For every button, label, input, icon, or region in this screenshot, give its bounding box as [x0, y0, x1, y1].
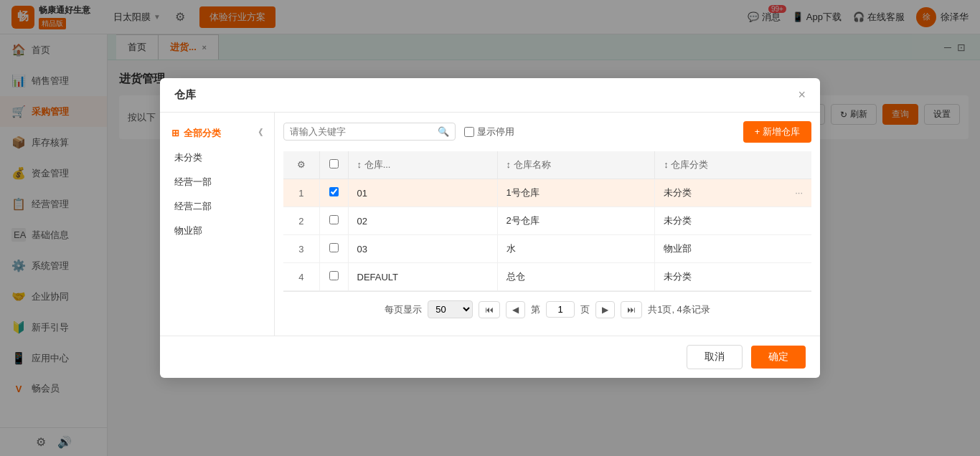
row-category: 未分类	[655, 207, 811, 235]
dialog-title: 仓库	[174, 88, 196, 102]
grid-icon: ⊞	[171, 128, 179, 138]
row-checkbox-2[interactable]	[329, 243, 339, 252]
row-category: 未分类 ···	[655, 179, 811, 207]
gear-icon: ⚙	[297, 159, 306, 170]
col-category: ↕ 仓库分类	[655, 151, 811, 179]
row-code: 03	[348, 235, 497, 263]
row-num: 2	[283, 207, 319, 235]
row-name: 总仓	[497, 263, 655, 291]
row-code: 01	[348, 179, 497, 207]
col-name: ↕ 仓库名称	[497, 151, 655, 179]
cancel-button[interactable]: 取消	[687, 345, 743, 369]
page-label: 第	[531, 303, 540, 316]
total-info: 共1页, 4条记录	[648, 303, 710, 316]
row-num: 3	[283, 235, 319, 263]
col-settings: ⚙	[283, 151, 319, 179]
dialog-body: ⊞ 全部分类 《 未分类 经营一部 经营二部 物业部 🔍	[160, 113, 820, 336]
col-code: ↕ 仓库...	[348, 151, 497, 179]
all-categories[interactable]: ⊞ 全部分类 《	[160, 121, 274, 146]
category-unclassified[interactable]: 未分类	[160, 146, 274, 170]
confirm-button[interactable]: 确定	[751, 346, 806, 369]
table: ⚙ ↕ 仓库... ↕	[283, 151, 811, 292]
table-row[interactable]: 3 03 水 物业部	[283, 235, 811, 263]
row-category: 物业部	[655, 235, 811, 263]
row-more-icon[interactable]: ···	[795, 187, 803, 198]
page-unit: 页	[580, 303, 590, 316]
first-page-button[interactable]: ⏮	[479, 301, 500, 318]
category-ops2[interactable]: 经营二部	[160, 194, 274, 219]
prev-page-button[interactable]: ◀	[506, 301, 525, 318]
dialog-close-button[interactable]: ×	[798, 88, 806, 101]
row-name: 1号仓库	[497, 179, 655, 207]
select-all-checkbox[interactable]	[329, 159, 339, 168]
table-header: ⚙ ↕ 仓库... ↕	[283, 151, 811, 179]
search-box: 🔍	[283, 123, 456, 141]
col-checkbox	[319, 151, 348, 179]
row-checkbox-cell	[319, 263, 348, 291]
row-checkbox-1[interactable]	[329, 215, 339, 224]
show-disabled-checkbox[interactable]	[464, 127, 474, 137]
row-checkbox-3[interactable]	[329, 271, 339, 280]
per-page-select[interactable]: 50	[428, 300, 473, 318]
category-ops1[interactable]: 经营一部	[160, 170, 274, 194]
next-page-button[interactable]: ▶	[595, 301, 615, 318]
row-checkbox-cell	[319, 235, 348, 263]
dialog-footer: 取消 确定	[160, 336, 820, 378]
right-toolbar: 🔍 显示停用 + 新增仓库	[283, 121, 811, 143]
table-row[interactable]: 4 DEFAULT 总仓 未分类	[283, 263, 811, 291]
row-num: 1	[283, 179, 319, 207]
pagination: 每页显示 50 ⏮ ◀ 第 页 ▶ ⏭ 共1页, 4条记录	[283, 291, 811, 327]
row-checkbox-cell	[319, 179, 348, 207]
last-page-button[interactable]: ⏭	[621, 301, 642, 318]
search-icon[interactable]: 🔍	[438, 126, 449, 137]
category-panel: ⊞ 全部分类 《 未分类 经营一部 经营二部 物业部	[160, 113, 275, 336]
row-category: 未分类	[655, 263, 811, 291]
row-name: 2号仓库	[497, 207, 655, 235]
right-panel: 🔍 显示停用 + 新增仓库 ⚙	[275, 113, 820, 336]
warehouse-dialog: 仓库 × ⊞ 全部分类 《 未分类 经营一部 经营二部 物业部	[160, 78, 820, 379]
search-input[interactable]	[290, 126, 433, 137]
table-body: 1 01 1号仓库 未分类 ··· 2 02 2号仓库 未分类 3 03 水 物…	[283, 179, 811, 291]
warehouse-table: ⚙ ↕ 仓库... ↕	[283, 151, 811, 292]
row-num: 4	[283, 263, 319, 291]
modal-overlay: 仓库 × ⊞ 全部分类 《 未分类 经营一部 经营二部 物业部	[0, 0, 980, 456]
row-code: DEFAULT	[348, 263, 497, 291]
row-code: 02	[348, 207, 497, 235]
page-input[interactable]	[546, 301, 575, 318]
table-row[interactable]: 2 02 2号仓库 未分类	[283, 207, 811, 235]
category-property[interactable]: 物业部	[160, 219, 274, 243]
dialog-header: 仓库 ×	[160, 78, 820, 113]
table-row[interactable]: 1 01 1号仓库 未分类 ···	[283, 179, 811, 207]
show-disabled-label[interactable]: 显示停用	[464, 125, 514, 138]
add-warehouse-button[interactable]: + 新增仓库	[743, 121, 811, 143]
row-checkbox-cell	[319, 207, 348, 235]
row-name: 水	[497, 235, 655, 263]
row-checkbox-0[interactable]	[329, 187, 339, 196]
collapse-icon[interactable]: 《	[254, 127, 263, 139]
